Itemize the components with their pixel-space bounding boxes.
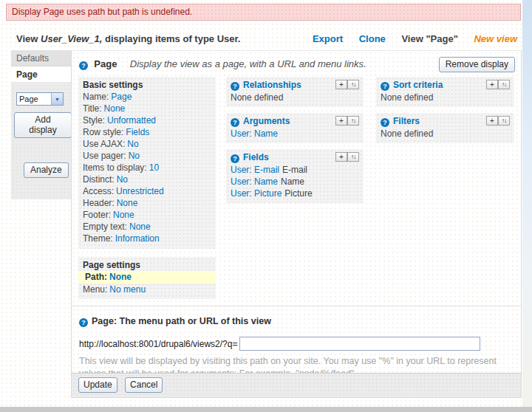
setting-value-link[interactable]: No bbox=[127, 139, 138, 149]
help-icon[interactable]: ? bbox=[231, 82, 239, 91]
setting-row: Footer:None bbox=[83, 209, 211, 221]
field-link[interactable]: User: Name bbox=[231, 176, 278, 187]
path-value-link[interactable]: None bbox=[109, 272, 132, 282]
error-message-text: Display Page uses path but path is undef… bbox=[12, 7, 192, 17]
display-type-select[interactable]: Page ▼ bbox=[16, 92, 64, 106]
menu-label: Menu: bbox=[83, 284, 107, 295]
view-title-prefix: View bbox=[16, 33, 41, 44]
setting-value-link[interactable]: None bbox=[104, 103, 126, 114]
add-display-button[interactable]: Add display bbox=[14, 112, 72, 138]
field-row: User: E-mailE-mail bbox=[231, 164, 359, 176]
menu-value-link[interactable]: No menu bbox=[109, 284, 146, 295]
view-title-suffix: displaying items of type User. bbox=[102, 33, 240, 44]
export-link[interactable]: Export bbox=[313, 33, 343, 44]
setting-row: Style:Unformatted bbox=[83, 114, 211, 126]
rearrange-fields-icon[interactable]: ↑↓ bbox=[347, 152, 359, 162]
window-bottom-edge bbox=[0, 407, 532, 412]
view-title: View User_View_1, displaying items of ty… bbox=[16, 33, 241, 44]
setting-label: Theme: bbox=[83, 233, 113, 244]
arguments-box: ?Arguments +↑↓ User: Name bbox=[226, 113, 364, 143]
setting-label: Header: bbox=[83, 198, 115, 208]
sidebar-tab-defaults[interactable]: Defaults bbox=[11, 50, 72, 66]
setting-value-link[interactable]: None bbox=[113, 210, 134, 220]
new-view-link[interactable]: New view bbox=[474, 33, 517, 44]
path-form-title: ?Page: The menu path or URL of this view bbox=[79, 316, 521, 327]
clone-link[interactable]: Clone bbox=[359, 33, 386, 44]
add-sort-icon[interactable]: + bbox=[486, 80, 498, 89]
field-link[interactable]: User: E-mail bbox=[231, 165, 279, 175]
setting-value-link[interactable]: 10 bbox=[149, 162, 159, 173]
path-url-prefix: http://localhost:8001/drupal6/views2/?q= bbox=[79, 339, 237, 349]
window-right-gutter bbox=[522, 0, 532, 407]
field-label: Name bbox=[281, 176, 304, 187]
setting-row: Theme:Information bbox=[83, 233, 211, 244]
setting-row: Row style:Fields bbox=[83, 126, 211, 138]
field-row: User: NameName bbox=[231, 176, 359, 188]
setting-row: Use pager:No bbox=[83, 150, 211, 162]
sidebar-tab-page[interactable]: Page bbox=[11, 66, 72, 83]
field-row: User: PicturePicture bbox=[231, 188, 359, 199]
setting-label: Style: bbox=[83, 115, 105, 126]
setting-label: Row style: bbox=[83, 127, 123, 137]
setting-value-link[interactable]: Unrestricted bbox=[116, 186, 164, 196]
setting-value-link[interactable]: Page bbox=[111, 92, 132, 102]
sort-criteria-title-link[interactable]: Sort criteria bbox=[393, 80, 443, 90]
display-type-selected: Page bbox=[19, 95, 38, 103]
rearrange-relationships-icon[interactable]: ↑↓ bbox=[347, 80, 359, 89]
path-form-title-text: Page: The menu path or URL of this view bbox=[92, 316, 271, 326]
help-icon[interactable]: ? bbox=[381, 82, 389, 91]
view-page-link[interactable]: View "Page" bbox=[401, 33, 457, 44]
page-settings-title: Page settings bbox=[83, 260, 211, 270]
remove-display-button[interactable]: Remove display bbox=[439, 57, 515, 72]
add-field-icon[interactable]: + bbox=[335, 152, 347, 162]
setting-row: Access:Unrestricted bbox=[83, 185, 211, 197]
add-argument-icon[interactable]: + bbox=[335, 116, 347, 126]
field-link[interactable]: User: Picture bbox=[231, 188, 282, 199]
setting-value-link[interactable]: Information bbox=[115, 233, 160, 244]
setting-row: Name:Page bbox=[83, 91, 211, 103]
help-icon[interactable]: ? bbox=[79, 318, 88, 327]
rearrange-arguments-icon[interactable]: ↑↓ bbox=[347, 116, 359, 126]
path-input[interactable] bbox=[239, 337, 480, 351]
rearrange-filters-icon[interactable]: ↑↓ bbox=[498, 116, 510, 126]
arguments-list: User: Name bbox=[231, 128, 359, 140]
column-middle: ?Relationships +↑↓ None defined ?Argumen… bbox=[226, 77, 364, 209]
setting-value-link[interactable]: No bbox=[117, 174, 128, 185]
setting-label: Name: bbox=[83, 92, 109, 102]
argument-link[interactable]: User: Name bbox=[231, 128, 278, 139]
setting-label: Footer: bbox=[83, 210, 111, 220]
update-button[interactable]: Update bbox=[78, 377, 117, 393]
help-icon[interactable]: ? bbox=[381, 118, 389, 127]
setting-row: Items to display:10 bbox=[83, 162, 211, 174]
help-icon[interactable]: ? bbox=[231, 118, 239, 127]
rearrange-sorts-icon[interactable]: ↑↓ bbox=[498, 80, 510, 89]
add-filter-icon[interactable]: + bbox=[486, 116, 498, 126]
relationships-box: ?Relationships +↑↓ None defined bbox=[226, 77, 364, 107]
cancel-button[interactable]: Cancel bbox=[125, 377, 163, 393]
filters-title-link[interactable]: Filters bbox=[393, 116, 420, 126]
setting-value-link[interactable]: Fields bbox=[126, 127, 149, 137]
field-label: E-mail bbox=[282, 165, 307, 175]
page-settings-box: Page settings Path:None Menu:No menu bbox=[78, 257, 216, 299]
form-actions-bar: Update Cancel bbox=[72, 373, 521, 397]
setting-value-link[interactable]: Unformatted bbox=[107, 115, 156, 126]
fields-box: ?Fields +↑↓ User: E-mailE-mail User: Nam… bbox=[226, 149, 364, 203]
basic-settings-box: Basic settings Name:Page Title:None Styl… bbox=[78, 77, 216, 249]
add-relationship-icon[interactable]: + bbox=[335, 80, 347, 89]
error-message: Display Page uses path but path is undef… bbox=[6, 4, 521, 21]
column-right: ?Sort criteria +↑↓ None defined ?Filters… bbox=[376, 77, 514, 149]
setting-value-link[interactable]: No bbox=[129, 151, 140, 161]
help-icon[interactable]: ? bbox=[79, 61, 88, 70]
setting-label: Empty text: bbox=[83, 222, 127, 232]
help-icon[interactable]: ? bbox=[231, 154, 239, 163]
setting-row: Title:None bbox=[83, 103, 211, 114]
relationships-empty-text: None defined bbox=[231, 92, 359, 103]
relationships-title-link[interactable]: Relationships bbox=[243, 80, 301, 90]
setting-value-link[interactable]: None bbox=[129, 222, 151, 232]
path-url-row: http://localhost:8001/drupal6/views2/?q= bbox=[79, 337, 521, 351]
setting-value-link[interactable]: None bbox=[117, 198, 138, 208]
arguments-title-link[interactable]: Arguments bbox=[243, 116, 290, 126]
path-label: Path: bbox=[85, 272, 107, 282]
analyze-button[interactable]: Analyze bbox=[24, 162, 69, 178]
fields-title-link[interactable]: Fields bbox=[243, 152, 269, 162]
